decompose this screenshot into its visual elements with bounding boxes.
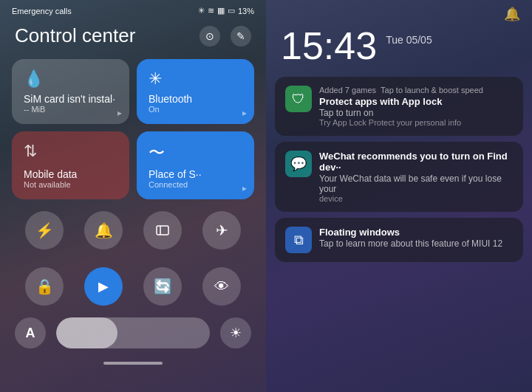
bluetooth-tile-icon: ✳	[149, 69, 242, 89]
place-tile[interactable]: 〜 Place of S·· Connected ▸	[137, 131, 254, 199]
battery-percent: 13%	[238, 7, 254, 16]
status-bar: Emergency calls ✳ ≋ ▦ ▭ 13%	[0, 0, 266, 18]
clock-date: Tue 05/05	[386, 34, 432, 46]
sim-sublabel: -- MiB	[24, 105, 117, 114]
floating-icon: ⧉	[294, 233, 304, 248]
notification-bell-icon[interactable]: 🔔	[504, 6, 520, 22]
lock-rotate-button[interactable]: 🔄	[143, 267, 182, 306]
svg-rect-0	[157, 226, 168, 235]
emergency-calls-label: Emergency calls	[12, 7, 72, 16]
notif1-main: Protect apps with App lock	[319, 96, 513, 107]
bluetooth-sublabel: On	[149, 105, 242, 114]
icon-row-1: ⚡ 🔔 ✈	[0, 199, 266, 255]
bluetooth-label: Bluetooth	[149, 93, 242, 105]
screen-record-button[interactable]	[143, 211, 182, 250]
app-lock-icon-wrap: 🛡	[285, 86, 312, 112]
bell-button[interactable]: 🔔	[84, 211, 123, 250]
bottom-controls: A ☀	[0, 312, 266, 354]
tiles-grid: 💧 SiM card isn't instal· -- MiB ▸ ✳ Blue…	[0, 59, 266, 199]
wechat-icon: 💬	[290, 156, 307, 172]
mobile-data-label: Mobile data	[24, 168, 117, 180]
wechat-icon-wrap: 💬	[285, 151, 312, 177]
right-status-bar: 🔔	[266, 0, 532, 22]
wifi-status-icon: ≋	[208, 6, 214, 16]
clock-time: 15:43	[281, 27, 377, 65]
location-button[interactable]: ▶	[84, 267, 123, 306]
notif1-title: Added 7 games	[319, 86, 376, 94]
sim-arrow: ▸	[117, 108, 122, 118]
mobile-data-icon: ⇅	[24, 142, 117, 161]
place-sublabel: Connected	[149, 180, 242, 189]
brightness-slider[interactable]	[56, 317, 210, 348]
place-label: Place of S··	[149, 168, 242, 180]
signal-icon: ▦	[217, 6, 225, 16]
bluetooth-status-icon: ✳	[198, 6, 205, 16]
app-lock-icon: 🛡	[292, 92, 305, 107]
floating-icon-wrap: ⧉	[285, 227, 312, 253]
notif1-sub2: Try App Lock Protect your personal info	[319, 118, 513, 127]
home-indicator	[103, 362, 163, 365]
airplane-button[interactable]: ✈	[202, 211, 241, 250]
notification-panel: 🔔 15:43 Tue 05/05 🛡 Added 7 games Tap to…	[266, 0, 532, 392]
place-arrow: ▸	[242, 183, 247, 193]
notif2-sub2: device	[319, 194, 513, 203]
notif3-sub: Tap to learn more about this feature of …	[319, 238, 513, 249]
notif3-main: Floating windows	[319, 227, 513, 238]
place-icon: 〜	[149, 142, 242, 164]
mobile-data-sublabel: Not available	[24, 180, 117, 189]
edit-icon[interactable]: ✎	[231, 26, 251, 47]
eye-button[interactable]: 👁	[202, 267, 241, 306]
notification-floating[interactable]: ⧉ Floating windows Tap to learn more abo…	[275, 218, 523, 262]
sim-tile[interactable]: 💧 SiM card isn't instal· -- MiB ▸	[12, 59, 129, 124]
font-size-button[interactable]: A	[15, 317, 46, 348]
settings-icon[interactable]: ⊙	[200, 26, 220, 47]
flashlight-button[interactable]: ⚡	[25, 211, 64, 250]
status-icons: ✳ ≋ ▦ ▭ 13%	[198, 6, 254, 16]
control-center-header: Control center ⊙ ✎	[0, 18, 266, 59]
brightness-fill	[56, 317, 117, 348]
lock-button[interactable]: 🔒	[25, 267, 64, 306]
brightness-icon: ☀	[220, 317, 251, 348]
sim-icon: 💧	[24, 69, 117, 89]
notif2-main: WeChat recommends you to turn on Find de…	[319, 151, 513, 173]
notif1-sub: Tap to turn on	[319, 108, 513, 118]
notification-app-lock[interactable]: 🛡 Added 7 games Tap to launch & boost sp…	[275, 77, 523, 136]
battery-icon: ▭	[228, 6, 235, 16]
header-icons: ⊙ ✎	[200, 26, 251, 47]
notif1-hint: Tap to launch & boost speed	[381, 86, 483, 94]
sim-label: SiM card isn't instal·	[24, 93, 117, 105]
control-center-panel: Emergency calls ✳ ≋ ▦ ▭ 13% Control cent…	[0, 0, 266, 392]
clock-area: 15:43 Tue 05/05	[266, 22, 532, 77]
notification-wechat[interactable]: 💬 WeChat recommends you to turn on Find …	[275, 142, 523, 212]
bluetooth-arrow: ▸	[242, 108, 247, 118]
mobile-data-tile[interactable]: ⇅ Mobile data Not available	[12, 131, 129, 199]
bluetooth-tile[interactable]: ✳ Bluetooth On ▸	[137, 59, 254, 124]
notifications-list: 🛡 Added 7 games Tap to launch & boost sp…	[266, 77, 532, 262]
icon-row-2: 🔒 ▶ 🔄 👁	[0, 255, 266, 312]
notif2-sub: Your WeChat data will be safe even if yo…	[319, 173, 513, 194]
screen-record-icon	[155, 223, 170, 238]
control-center-title: Control center	[15, 24, 135, 47]
